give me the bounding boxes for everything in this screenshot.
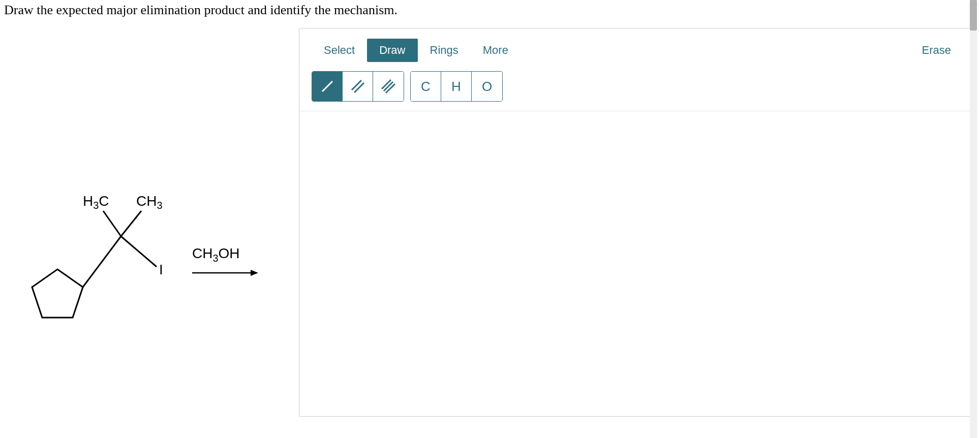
reaction-arrow-icon <box>192 268 258 278</box>
erase-button[interactable]: Erase <box>910 39 963 62</box>
svg-line-3 <box>121 211 141 236</box>
svg-line-8 <box>352 80 361 90</box>
question-text: Draw the expected major elimination prod… <box>0 0 980 28</box>
double-bond-button[interactable] <box>343 72 373 101</box>
oxygen-atom-button[interactable]: O <box>472 72 502 101</box>
reagent-label: CH3OH <box>192 245 240 264</box>
double-bond-icon <box>349 78 366 95</box>
single-bond-button[interactable] <box>312 72 343 101</box>
svg-marker-0 <box>32 269 83 318</box>
tab-rings[interactable]: Rings <box>418 39 471 62</box>
reagent-arrow-group: CH3OH <box>192 245 258 278</box>
triple-bond-button[interactable] <box>373 72 404 101</box>
toolbar-tabs: Select Draw Rings More <box>312 39 520 62</box>
triple-bond-icon <box>380 78 397 95</box>
svg-marker-6 <box>251 270 258 276</box>
tab-more[interactable]: More <box>471 39 520 62</box>
drawing-panel: Select Draw Rings More Erase <box>299 28 976 417</box>
carbon-atom-button[interactable]: C <box>411 72 441 101</box>
scrollbar-track[interactable] <box>970 0 977 417</box>
svg-line-2 <box>103 211 121 236</box>
bond-tool-group <box>312 71 404 102</box>
single-bond-icon <box>319 78 336 95</box>
iodine-label: I <box>159 262 163 277</box>
main-layout: H3C CH3 I CH3OH Select Draw Rings More <box>0 28 980 417</box>
molecule-area: H3C CH3 I CH3OH <box>4 191 299 333</box>
drawing-canvas[interactable] <box>299 111 975 416</box>
svg-line-9 <box>354 83 364 92</box>
toolbar-tools: C H O <box>299 67 975 111</box>
tab-select[interactable]: Select <box>312 39 367 62</box>
svg-line-7 <box>322 81 332 91</box>
hydrogen-atom-button[interactable]: H <box>441 72 472 101</box>
tab-draw[interactable]: Draw <box>367 39 417 62</box>
left-panel: H3C CH3 I CH3OH <box>4 28 299 417</box>
ch3-left-label: H3C <box>83 193 109 211</box>
svg-line-4 <box>121 236 157 267</box>
atom-tool-group: C H O <box>410 71 503 102</box>
ch3-right-label: CH3 <box>136 193 163 211</box>
scrollbar-thumb[interactable] <box>970 0 977 30</box>
substrate-molecule: H3C CH3 I <box>4 191 177 333</box>
svg-line-1 <box>83 236 121 287</box>
toolbar-main: Select Draw Rings More Erase <box>299 28 975 67</box>
